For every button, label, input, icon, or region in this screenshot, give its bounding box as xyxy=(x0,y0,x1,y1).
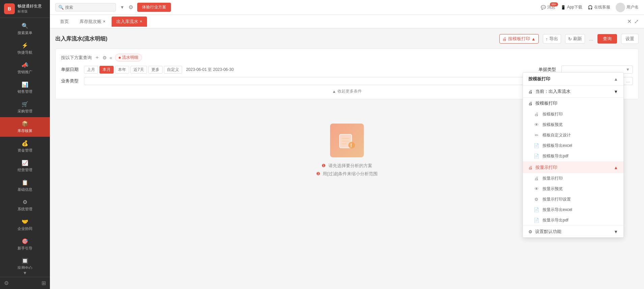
filter-tag[interactable]: 流水明细 xyxy=(115,54,142,61)
display-pdf-label: 按显示导出pdf xyxy=(543,217,568,223)
sidebar-item-inventory[interactable]: 📦 库存核算 xyxy=(0,117,50,137)
print-button[interactable]: 🖨 按模板打印 ▲ xyxy=(499,34,539,44)
dropdown-item-display-excel[interactable]: 📄 按显示导出excel xyxy=(523,205,623,215)
tabs-right: ✕ ⤢ xyxy=(627,18,639,25)
tab-home-label: 首页 xyxy=(60,19,69,25)
tab-home[interactable]: 首页 xyxy=(55,17,74,27)
main-area: 🔍 ▼ ⚙ 体验行业方案 💬 消息 99+ 📱 App下载 🎧 在线客服 xyxy=(50,0,644,289)
print-dropdown-icon: ▲ xyxy=(531,36,536,42)
sidebar-item-search[interactable]: 🔍 搜索菜单 xyxy=(0,19,50,39)
tab-batch-close[interactable]: ✕ xyxy=(103,20,106,23)
date-btn-more[interactable]: 更多 xyxy=(148,66,163,74)
search-box[interactable]: 🔍 xyxy=(55,3,116,11)
dropdown-item-template-pdf[interactable]: 📄 按模板导出pdf xyxy=(523,151,623,161)
sidebar-item-appcenter[interactable]: 🔲 应用中心 xyxy=(0,254,50,269)
topbar-gear-icon[interactable]: ⚙ xyxy=(128,4,133,10)
sidebar-item-label: 销售管理 xyxy=(18,89,32,94)
settings-button[interactable]: 设置 xyxy=(621,34,639,44)
dropdown-up-icon[interactable]: ▲ xyxy=(614,77,618,82)
type-label: 单据类型 xyxy=(538,67,559,73)
print-label: 按模板打印 xyxy=(508,36,530,42)
filter-add-icon[interactable]: ＋ xyxy=(94,54,100,61)
sidebar-item-finance[interactable]: 💰 资金管理 xyxy=(0,137,50,156)
dropdown-item-template-excel[interactable]: 📄 按模板导出excel xyxy=(523,140,623,151)
sidebar-item-marketing[interactable]: 📣 营销推广 xyxy=(0,58,50,78)
sidebar-item-system[interactable]: ⚙ 系统管理 xyxy=(0,195,50,215)
operations-icon: 📈 xyxy=(22,160,28,166)
message-btn[interactable]: 💬 消息 99+ xyxy=(541,4,555,10)
tab-batch[interactable]: 库存批次账 ✕ xyxy=(75,17,110,27)
sidebar-item-guide[interactable]: 🎯 新手引导 xyxy=(0,235,50,254)
display-preview-label: 按显示预览 xyxy=(543,186,563,192)
dropdown-item-display-print[interactable]: 🖨 按显示打印 xyxy=(523,173,623,184)
print-icon: 🖨 xyxy=(502,36,507,42)
sidebar-item-basic[interactable]: 📋 基础信息 xyxy=(0,176,50,195)
sidebar-item-label: 新手引导 xyxy=(18,246,32,251)
dropdown-display-header[interactable]: 🖨 按显示打印 ▲ xyxy=(523,162,623,173)
warehouse-more-icon: … xyxy=(626,79,630,83)
dropdown-header-actions: ▲ xyxy=(614,77,618,82)
query-button[interactable]: 查询 xyxy=(597,34,617,44)
refresh-button[interactable]: ↻ 刷新 xyxy=(565,34,585,44)
dropdown-item-display-settings[interactable]: ⚙ 按显示打印设置 xyxy=(523,194,623,205)
online-service-btn[interactable]: 🎧 在线客服 xyxy=(588,4,610,10)
footer-arrow-icon: ▼ xyxy=(614,229,618,234)
page-actions: 🖨 按模板打印 ▲ ↑ 导出 ↻ 刷新 … 查询 设置 xyxy=(499,34,639,44)
settings-icon[interactable]: ⚙ xyxy=(4,280,9,286)
app-download-btn[interactable]: 📱 App下载 xyxy=(561,4,582,10)
refresh-icon: ↻ xyxy=(568,36,572,42)
sidebar-item-quicknav[interactable]: ⚡ 快捷导航 xyxy=(0,39,50,58)
date-quick-btns: 上月 本月 本年 近7天 更多 自定义 xyxy=(84,66,182,74)
filter-settings-icon[interactable]: ⚙ xyxy=(103,55,107,60)
user-avatar[interactable]: 用户名 xyxy=(616,3,639,12)
date-btn-7days[interactable]: 近7天 xyxy=(130,66,147,74)
dropdown-item-display-preview[interactable]: 👁 按显示预览 xyxy=(523,184,623,194)
sidebar-item-label: 企业协同 xyxy=(18,226,32,231)
search-input[interactable] xyxy=(65,5,106,10)
date-btn-last-month[interactable]: 上月 xyxy=(84,66,98,74)
dropdown-item-display-pdf[interactable]: 📄 按显示导出pdf xyxy=(523,215,623,226)
dropdown-template-header[interactable]: 🖨 按模板打印 xyxy=(523,98,623,109)
avatar-icon xyxy=(616,3,625,12)
online-service-label: 在线客服 xyxy=(594,4,610,10)
more-actions-icon[interactable]: … xyxy=(589,36,593,42)
sidebar-item-label: 搜索菜单 xyxy=(18,30,32,35)
purchase-icon: 🛒 xyxy=(22,101,28,107)
dropdown-arrow-icon[interactable]: ▼ xyxy=(120,5,124,10)
trial-button[interactable]: 体验行业方案 xyxy=(137,3,171,12)
dropdown-item-template-print[interactable]: 🖨 按模板打印 xyxy=(523,109,623,120)
sidebar-item-sales[interactable]: 📊 销售管理 xyxy=(0,78,50,98)
sidebar-item-collab[interactable]: 🤝 企业协同 xyxy=(0,215,50,235)
biz-select[interactable]: ▼ xyxy=(84,77,533,85)
tab-flow[interactable]: 出入库流水 ✕ xyxy=(112,17,147,27)
sidebar-item-operations[interactable]: 📈 经营管理 xyxy=(0,156,50,176)
headset-icon: 🎧 xyxy=(588,5,593,10)
current-arrow-icon: ▼ xyxy=(614,89,618,94)
empty-illustration: ! xyxy=(330,124,364,157)
close-tab-icon[interactable]: ✕ xyxy=(627,18,632,25)
dropdown-footer[interactable]: ⚙ 设置默认功能 ▼ xyxy=(523,226,623,237)
app-edition: 标准版 xyxy=(18,9,42,14)
sidebar-item-purchase[interactable]: 🛒 采购管理 xyxy=(0,98,50,117)
dropdown-item-template-design[interactable]: ✏ 模板自定义设计 xyxy=(523,130,623,140)
filter-collapse-icon[interactable]: « xyxy=(110,55,112,60)
date-btn-this-year[interactable]: 本年 xyxy=(115,66,129,74)
template-print-label: 按模板打印 xyxy=(543,111,563,117)
display-excel-label: 按显示导出excel xyxy=(543,207,572,213)
sidebar-scroll-down[interactable]: ▼ xyxy=(0,269,50,277)
dropdown-item-template-preview[interactable]: 👁 按模板预览 xyxy=(523,120,623,130)
template-design-icon: ✏ xyxy=(534,133,539,138)
date-btn-custom[interactable]: 自定义 xyxy=(164,66,182,74)
date-btn-this-month[interactable]: 本月 xyxy=(99,66,114,74)
display-section-icon: 🖨 xyxy=(528,165,533,170)
filter-label: 按以下方案查询 xyxy=(61,55,92,61)
template-excel-label: 按模板导出excel xyxy=(543,143,572,149)
date-label: 单据日期 xyxy=(61,67,81,73)
collapse-sidebar-icon[interactable]: ⊞ xyxy=(41,280,46,286)
maximize-tab-icon[interactable]: ⤢ xyxy=(634,18,639,25)
filter-date-group: 单据日期 上月 本月 本年 近7天 更多 自定义 2023-06-01 至 20… xyxy=(61,66,533,74)
sidebar-item-label: 经营管理 xyxy=(18,167,32,173)
dropdown-current-item[interactable]: 🖨 当前：出入库流水 ▼ xyxy=(523,86,623,97)
export-button[interactable]: ↑ 导出 xyxy=(543,34,561,44)
tab-flow-close[interactable]: ✕ xyxy=(140,20,142,23)
